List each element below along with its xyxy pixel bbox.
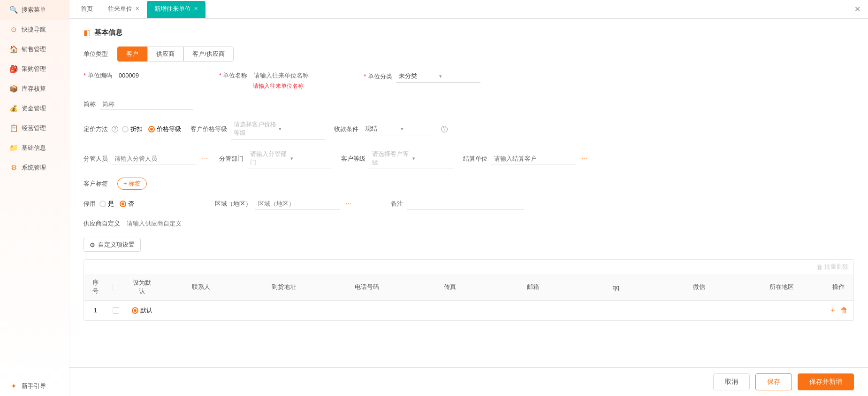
- contact-table: 序号 设为默认 联系人 到货地址 电话号码 传真 邮箱 qq 微信 所在地区 操…: [84, 274, 853, 320]
- settlement-more-button[interactable]: ···: [579, 155, 589, 163]
- sidebar-item-purchase[interactable]: 🎒 采购管理: [0, 59, 69, 79]
- settlement-unit-field: 结算单位 ···: [463, 153, 589, 164]
- tab-new-partner[interactable]: 新增往来单位 ✕: [147, 1, 206, 18]
- fax-input[interactable]: [414, 307, 486, 314]
- save-button[interactable]: 保存: [755, 373, 792, 390]
- radio-yes[interactable]: 是: [99, 200, 114, 208]
- unit-category-field: 单位分类 未分类 ▾: [364, 70, 480, 83]
- customer-level-label: 客户等级: [341, 155, 365, 163]
- tab-new-partner-close[interactable]: ✕: [194, 6, 198, 12]
- cell-region[interactable]: [740, 301, 823, 320]
- customer-price-level-select[interactable]: 请选择客户价格等级 ▾: [231, 118, 325, 140]
- settlement-unit-input[interactable]: [491, 153, 576, 164]
- unit-name-label: 单位名称: [219, 71, 248, 80]
- type-customer-button[interactable]: 客户: [117, 47, 147, 62]
- customer-level-select[interactable]: 请选择客户等级 ▾: [369, 148, 454, 169]
- payment-terms-select[interactable]: 现结 ▾: [362, 123, 437, 135]
- cell-fax[interactable]: [408, 301, 491, 320]
- remark-input[interactable]: [407, 198, 524, 210]
- email-input[interactable]: [497, 307, 569, 314]
- radio-no[interactable]: 否: [120, 200, 134, 208]
- cell-email[interactable]: [491, 301, 574, 320]
- sidebar-item-newbie[interactable]: ✦ 新手引导: [0, 376, 69, 396]
- customer-level-field: 客户等级 请选择客户等级 ▾: [341, 148, 454, 169]
- cancel-button[interactable]: 取消: [713, 373, 750, 390]
- manager-input[interactable]: [112, 153, 196, 164]
- tag-row: 客户标签 + 标签: [84, 178, 854, 190]
- department-select[interactable]: 请输入分管部门 ▾: [247, 148, 332, 169]
- type-both-button[interactable]: 客户/供应商: [183, 47, 234, 62]
- unit-category-value: 未分类: [399, 72, 437, 80]
- sidebar-item-label: 系统管理: [22, 163, 46, 172]
- unit-info-row: 单位编码 单位名称 请输入往来单位名称 单位分类 未分类 ▾: [84, 70, 854, 90]
- batch-delete-button[interactable]: 🗑 批量删除: [816, 263, 849, 271]
- sidebar-item-quicknav[interactable]: ⊙ 快捷导航: [0, 20, 69, 39]
- col-checkbox: [107, 274, 125, 301]
- payment-terms-label: 收款条件: [334, 125, 358, 133]
- cell-default: 默认: [125, 301, 160, 320]
- select-all-checkbox[interactable]: [113, 284, 119, 290]
- col-wechat: 微信: [657, 274, 740, 301]
- region-row-input[interactable]: [746, 307, 818, 314]
- alias-input[interactable]: [99, 99, 193, 110]
- payment-terms-value: 现结: [365, 124, 399, 133]
- region-input[interactable]: [255, 198, 340, 210]
- search-icon: 🔍: [9, 6, 18, 14]
- cell-phone[interactable]: [325, 301, 408, 320]
- sidebar-item-finance[interactable]: 💰 资金管理: [0, 99, 69, 118]
- cell-wechat[interactable]: [657, 301, 740, 320]
- default-radio-label: 默认: [140, 306, 152, 315]
- delete-row-button[interactable]: 🗑: [840, 306, 848, 315]
- row-checkbox[interactable]: [113, 307, 119, 314]
- unit-name-input[interactable]: [251, 70, 354, 81]
- window-close-button[interactable]: ✕: [851, 5, 864, 14]
- radio-level[interactable]: 价格等级: [148, 125, 181, 133]
- cell-address[interactable]: [243, 301, 326, 320]
- sidebar-item-label: 快捷导航: [22, 25, 46, 34]
- sidebar-item-label: 库存核算: [22, 85, 46, 93]
- unit-code-input[interactable]: [116, 70, 210, 81]
- add-tag-button[interactable]: + 标签: [117, 178, 147, 190]
- type-supplier-button[interactable]: 供应商: [147, 47, 183, 62]
- tab-home[interactable]: 首页: [73, 1, 100, 18]
- save-new-button[interactable]: 保存并新增: [798, 373, 854, 390]
- payment-terms-help-icon[interactable]: ?: [441, 126, 448, 132]
- radio-discount[interactable]: 折扣: [122, 125, 143, 133]
- contact-input[interactable]: [165, 307, 237, 314]
- col-qq: qq: [574, 274, 657, 301]
- radio-yes-label: 是: [108, 200, 114, 208]
- tab-partners[interactable]: 往来单位 ✕: [100, 1, 147, 18]
- default-radio[interactable]: 默认: [130, 306, 154, 315]
- col-seq: 序号: [84, 274, 107, 301]
- section-header: ◧ 基本信息: [84, 28, 854, 37]
- wechat-input[interactable]: [663, 307, 735, 314]
- phone-input[interactable]: [331, 307, 403, 314]
- finance-icon: 💰: [9, 104, 18, 113]
- sidebar-item-inventory[interactable]: 📦 库存核算: [0, 79, 69, 99]
- disabled-radio-group: 是 否: [99, 200, 134, 208]
- supplier-custom-input[interactable]: [124, 218, 255, 229]
- cell-qq[interactable]: [574, 301, 657, 320]
- region-more-button[interactable]: ···: [343, 200, 353, 208]
- disabled-field: 停用 是 否: [84, 200, 177, 208]
- sidebar-item-basics[interactable]: 📁 基础信息: [0, 138, 69, 158]
- sidebar-item-system[interactable]: ⚙ 系统管理: [0, 158, 69, 178]
- address-input[interactable]: [248, 307, 320, 314]
- manager-more-button[interactable]: ···: [200, 155, 210, 163]
- pricing-method-field: 定价方法 ? 折扣 价格等级: [84, 125, 181, 133]
- sidebar-item-operations[interactable]: 📋 经营管理: [0, 118, 69, 138]
- col-default: 设为默认: [125, 274, 160, 301]
- cell-contact[interactable]: [160, 301, 243, 320]
- add-row-button[interactable]: ＋: [829, 305, 837, 315]
- sidebar-item-label: 搜索菜单: [22, 6, 46, 14]
- custom-settings-button[interactable]: ⚙ 自定义项设置: [84, 238, 141, 252]
- sidebar-item-search[interactable]: 🔍 搜索菜单: [0, 0, 69, 20]
- sidebar-item-label: 基础信息: [22, 144, 46, 152]
- tab-partners-close[interactable]: ✕: [135, 6, 139, 12]
- customer-price-level-label: 客户价格等级: [190, 125, 227, 133]
- chevron-down-icon5: ▾: [412, 155, 451, 162]
- pricing-help-icon[interactable]: ?: [112, 126, 118, 132]
- sidebar-item-sales[interactable]: 🏠 销售管理: [0, 39, 69, 59]
- qq-input[interactable]: [580, 307, 652, 314]
- unit-category-select[interactable]: 未分类 ▾: [396, 70, 480, 83]
